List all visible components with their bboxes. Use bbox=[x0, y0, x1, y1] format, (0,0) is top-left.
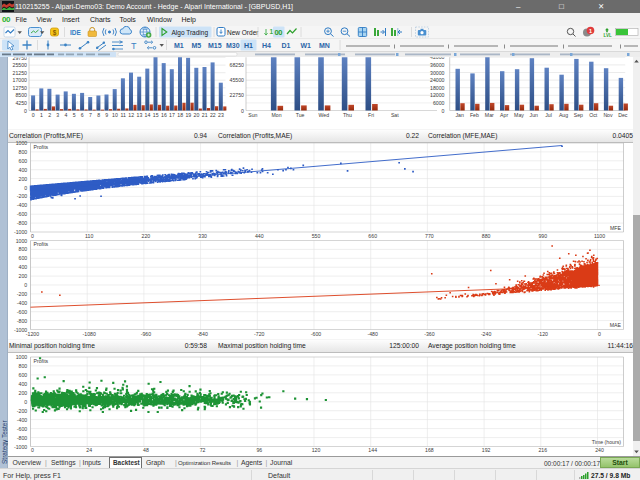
svg-text:12: 12 bbox=[128, 112, 134, 118]
svg-text:-1000: -1000 bbox=[14, 229, 27, 235]
svg-text:240: 240 bbox=[595, 447, 604, 453]
svg-text:Time (hours): Time (hours) bbox=[592, 439, 621, 445]
svg-text:3: 3 bbox=[56, 112, 59, 118]
svg-text:Sep: Sep bbox=[574, 112, 583, 118]
svg-text:17: 17 bbox=[169, 112, 175, 118]
svg-text:Profits: Profits bbox=[34, 241, 49, 247]
svg-text:Fri: Fri bbox=[368, 112, 374, 118]
svg-text:9: 9 bbox=[105, 112, 108, 118]
svg-text:120: 120 bbox=[312, 447, 321, 453]
svg-text:Tue: Tue bbox=[296, 112, 305, 118]
svg-text:0: 0 bbox=[31, 447, 34, 453]
svg-text:Sun: Sun bbox=[248, 112, 257, 118]
svg-text:16: 16 bbox=[161, 112, 167, 118]
svg-text:Aug: Aug bbox=[559, 112, 568, 118]
svg-text:800: 800 bbox=[19, 363, 28, 369]
svg-text:-1080: -1080 bbox=[83, 331, 96, 337]
svg-text:990: 990 bbox=[538, 233, 547, 239]
svg-text:-400: -400 bbox=[17, 300, 27, 306]
svg-text:Jul: Jul bbox=[545, 112, 552, 118]
svg-text:600: 600 bbox=[19, 372, 28, 378]
svg-text:4: 4 bbox=[64, 112, 67, 118]
svg-text:22750: 22750 bbox=[230, 92, 245, 98]
svg-text:Dec: Dec bbox=[618, 112, 628, 118]
svg-text:-960: -960 bbox=[141, 331, 151, 337]
svg-text:4250: 4250 bbox=[15, 100, 27, 106]
svg-text:1100: 1100 bbox=[594, 233, 605, 239]
svg-text:-1200: -1200 bbox=[26, 331, 39, 337]
svg-text:8: 8 bbox=[97, 112, 100, 118]
svg-text:19: 19 bbox=[185, 112, 191, 118]
svg-text:14: 14 bbox=[145, 112, 151, 118]
svg-text:-200: -200 bbox=[17, 291, 27, 297]
svg-text:25500: 25500 bbox=[13, 62, 28, 68]
svg-text:17000: 17000 bbox=[13, 77, 28, 83]
svg-text:30000: 30000 bbox=[430, 70, 445, 76]
svg-text:45500: 45500 bbox=[230, 77, 245, 83]
svg-text:Strategy Tester: Strategy Tester bbox=[1, 420, 8, 464]
svg-text:800: 800 bbox=[19, 246, 28, 252]
svg-text:Sat: Sat bbox=[391, 112, 399, 118]
svg-text:600: 600 bbox=[19, 158, 28, 164]
svg-text:-600: -600 bbox=[17, 309, 27, 315]
svg-text:600: 600 bbox=[19, 255, 28, 261]
svg-text:24: 24 bbox=[86, 447, 92, 453]
svg-text:48: 48 bbox=[143, 447, 149, 453]
svg-text:-600: -600 bbox=[311, 331, 321, 337]
svg-text:12750: 12750 bbox=[13, 85, 28, 91]
svg-text:MFE: MFE bbox=[610, 225, 621, 231]
svg-text:0: 0 bbox=[32, 112, 35, 118]
svg-text:400: 400 bbox=[19, 264, 28, 270]
svg-text:168: 168 bbox=[425, 447, 434, 453]
svg-text:18000: 18000 bbox=[430, 85, 445, 91]
svg-text:Jun: Jun bbox=[530, 112, 538, 118]
svg-text:144: 144 bbox=[368, 447, 377, 453]
svg-text:0: 0 bbox=[31, 233, 34, 239]
svg-text:5: 5 bbox=[73, 112, 76, 118]
svg-text:0: 0 bbox=[24, 108, 27, 114]
svg-text:MAE: MAE bbox=[610, 322, 622, 328]
svg-text:6000: 6000 bbox=[433, 100, 445, 106]
svg-text:216: 216 bbox=[538, 447, 547, 453]
svg-text:-800: -800 bbox=[17, 220, 27, 226]
svg-text:6: 6 bbox=[81, 112, 84, 118]
svg-text:770: 770 bbox=[425, 233, 434, 239]
svg-text:Nov: Nov bbox=[603, 112, 613, 118]
svg-text:24000: 24000 bbox=[430, 77, 445, 83]
svg-text:440: 440 bbox=[255, 233, 264, 239]
svg-text:21250: 21250 bbox=[13, 70, 28, 76]
svg-text:200: 200 bbox=[19, 273, 28, 279]
svg-text:330: 330 bbox=[198, 233, 207, 239]
svg-text:-800: -800 bbox=[17, 435, 27, 441]
svg-text:-200: -200 bbox=[17, 408, 27, 414]
svg-text:0: 0 bbox=[241, 108, 244, 114]
svg-text:10: 10 bbox=[112, 112, 118, 118]
svg-text:-720: -720 bbox=[254, 331, 264, 337]
svg-text:1000: 1000 bbox=[16, 238, 28, 244]
svg-text:20: 20 bbox=[194, 112, 200, 118]
svg-text:22: 22 bbox=[210, 112, 216, 118]
svg-text:68250: 68250 bbox=[230, 62, 245, 68]
svg-text:220: 220 bbox=[142, 233, 151, 239]
svg-text:110: 110 bbox=[85, 233, 93, 239]
svg-text:-480: -480 bbox=[368, 331, 378, 337]
svg-text:8500: 8500 bbox=[15, 92, 27, 98]
svg-text:0: 0 bbox=[24, 399, 27, 405]
svg-text:192: 192 bbox=[482, 447, 491, 453]
svg-text:1000: 1000 bbox=[16, 354, 28, 360]
svg-text:15: 15 bbox=[153, 112, 159, 118]
svg-text:7: 7 bbox=[89, 112, 92, 118]
svg-text:660: 660 bbox=[368, 233, 377, 239]
svg-text:-840: -840 bbox=[197, 331, 207, 337]
svg-text:Apr: Apr bbox=[500, 112, 508, 118]
svg-text:96: 96 bbox=[256, 447, 262, 453]
svg-text:-800: -800 bbox=[17, 318, 27, 324]
svg-text:880: 880 bbox=[482, 233, 491, 239]
svg-text:1: 1 bbox=[40, 112, 43, 118]
svg-text:0: 0 bbox=[442, 108, 445, 114]
svg-text:0: 0 bbox=[24, 185, 27, 191]
svg-text:42000: 42000 bbox=[430, 54, 445, 60]
svg-text:12000: 12000 bbox=[430, 92, 445, 98]
svg-text:550: 550 bbox=[312, 233, 321, 239]
svg-text:21: 21 bbox=[202, 112, 208, 118]
